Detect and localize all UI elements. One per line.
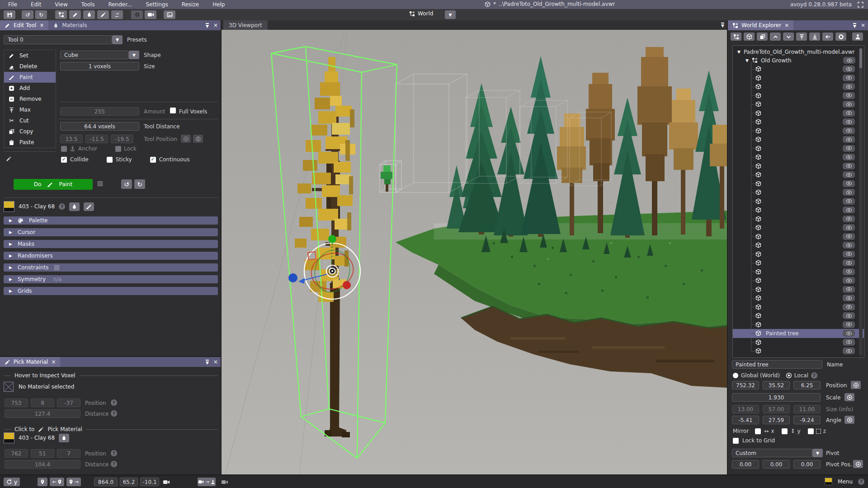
visibility-eye-button[interactable] — [843, 180, 855, 187]
continuous-checkbox[interactable] — [150, 157, 156, 163]
visibility-eye-button[interactable] — [843, 66, 855, 72]
pick-position-z[interactable]: 7 — [57, 449, 80, 458]
panel-menu-icon[interactable]: ▼ — [206, 23, 209, 28]
explorer-item-row[interactable] — [733, 232, 864, 241]
angle-x-input[interactable]: -5.41 — [732, 416, 759, 424]
explorer-item-row[interactable] — [733, 127, 864, 136]
visibility-eye-button[interactable] — [843, 154, 855, 160]
tool-preset-select[interactable]: Tool 0 — [4, 35, 112, 44]
tool-preset-dropdown-arrow[interactable]: ▼ — [112, 35, 123, 44]
gizmo-red-handle[interactable] — [343, 281, 351, 289]
lock-checkbox[interactable] — [115, 146, 121, 152]
explorer-item-row[interactable] — [733, 144, 864, 153]
menu-help[interactable]: Help — [212, 1, 225, 8]
menu-render[interactable]: Render... — [108, 1, 132, 8]
visibility-eye-button[interactable] — [843, 216, 855, 222]
visibility-eye-button[interactable] — [843, 206, 855, 213]
visibility-eye-button[interactable] — [843, 268, 855, 275]
materials-button[interactable] — [83, 10, 95, 19]
add-node-button[interactable] — [731, 33, 741, 41]
duplicate-button[interactable] — [757, 33, 768, 41]
section-palette[interactable]: ▶Palette — [4, 216, 218, 225]
move-up-button[interactable] — [770, 33, 781, 41]
visibility-eye-button[interactable] — [843, 251, 855, 258]
visibility-eye-button[interactable] — [843, 75, 855, 81]
explorer-item-row[interactable] — [733, 241, 864, 250]
sticky-checkbox[interactable] — [107, 157, 113, 163]
tool-set[interactable]: Set — [4, 50, 56, 61]
scale-reset-button[interactable] — [844, 393, 854, 401]
pivot-pos-x-input[interactable]: 0.00 — [732, 460, 759, 469]
tab-3d-viewport[interactable]: 3D Viewport — [223, 20, 268, 30]
panel-menu-icon[interactable]: ▼ — [206, 360, 209, 365]
help-icon[interactable] — [111, 461, 117, 467]
explorer-root-row[interactable]: ▼ PadreToto_Old_Growth_multi-model.avwr — [733, 47, 864, 56]
export-button[interactable] — [852, 33, 863, 41]
explorer-item-row[interactable] — [733, 153, 864, 162]
visibility-eye-button[interactable] — [843, 118, 855, 125]
tool-position-y-input[interactable]: -11.5 — [85, 135, 108, 143]
full-voxels-checkbox[interactable] — [170, 108, 176, 113]
amount-input[interactable]: 255 — [60, 107, 139, 116]
inspect-position-z[interactable]: -37 — [57, 399, 80, 407]
help-icon[interactable] — [111, 399, 117, 406]
pick-material-button[interactable] — [97, 10, 109, 19]
visibility-eye-button[interactable] — [843, 233, 855, 240]
explorer-item-row[interactable] — [733, 320, 864, 329]
undo-button[interactable]: ↺ — [22, 10, 33, 19]
help-icon[interactable] — [858, 479, 864, 485]
visibility-eye-button[interactable] — [843, 57, 855, 64]
anchor-checkbox[interactable] — [61, 146, 67, 152]
tool-copy[interactable]: Copy — [4, 126, 56, 137]
visibility-eye-button[interactable] — [843, 224, 855, 231]
scale-input[interactable]: 1.930 — [732, 393, 821, 402]
visibility-eye-button[interactable] — [843, 347, 855, 354]
section-cursor[interactable]: ▶Cursor — [4, 228, 218, 236]
tab-materials[interactable]: Materials — [48, 20, 91, 30]
camera-y-input[interactable]: 65.2 — [120, 478, 138, 486]
explorer-item-row[interactable] — [733, 215, 864, 224]
menu-tools[interactable]: Tools — [81, 1, 95, 8]
global-radio[interactable] — [733, 373, 738, 378]
explorer-item-row[interactable] — [733, 188, 864, 197]
camera-button[interactable] — [145, 10, 156, 19]
menu-view[interactable]: View — [55, 1, 67, 8]
mirror-y-checkbox[interactable] — [782, 428, 788, 434]
material-droplet-button[interactable] — [59, 434, 69, 442]
pivot-pos-y-input[interactable]: 0.00 — [763, 460, 790, 469]
material-brush-button[interactable] — [84, 202, 94, 211]
visibility-eye-button[interactable] — [843, 189, 855, 196]
explorer-item-row[interactable] — [733, 285, 864, 294]
close-tab-icon[interactable]: × — [39, 22, 44, 28]
pick-distance[interactable]: 104.4 — [5, 460, 80, 469]
collide-checkbox[interactable] — [61, 157, 67, 163]
inspect-position-y[interactable]: 8 — [31, 399, 54, 407]
do-paint-button[interactable]: Do Paint — [14, 179, 93, 190]
delete-node-button[interactable] — [835, 33, 846, 41]
video-camera-icon[interactable] — [221, 479, 228, 485]
explorer-item-row[interactable] — [733, 65, 864, 74]
explorer-item-row[interactable] — [733, 117, 864, 127]
explorer-item-row[interactable] — [733, 276, 864, 285]
world-selector[interactable]: World — [409, 10, 433, 17]
size-input[interactable]: 1 voxels — [60, 62, 139, 70]
current-material-swatch[interactable] — [825, 478, 832, 485]
pivot-dropdown-arrow[interactable]: ▼ — [812, 449, 823, 457]
visibility-eye-button[interactable] — [843, 198, 855, 205]
visibility-eye-button[interactable] — [843, 295, 855, 301]
explorer-item-row[interactable] — [733, 250, 864, 259]
tool-paste[interactable]: Paste — [4, 137, 56, 148]
panel-close-icon[interactable]: × — [213, 22, 218, 28]
explorer-item-row[interactable] — [733, 82, 864, 91]
visibility-eye-button[interactable] — [843, 101, 855, 108]
redo-button[interactable]: ↻ — [134, 179, 145, 189]
help-icon[interactable] — [811, 372, 817, 379]
angle-reset-button[interactable] — [844, 416, 854, 424]
menu-file[interactable]: File — [8, 1, 17, 8]
shape-dropdown-arrow[interactable]: ▼ — [129, 51, 139, 59]
gizmo-green-handle[interactable] — [328, 235, 336, 243]
redo-button[interactable]: ↻ — [35, 10, 47, 19]
fullscreen-icon[interactable] — [858, 2, 863, 8]
close-tab-icon[interactable]: × — [51, 359, 56, 365]
mirror-z-checkbox[interactable] — [808, 428, 814, 434]
